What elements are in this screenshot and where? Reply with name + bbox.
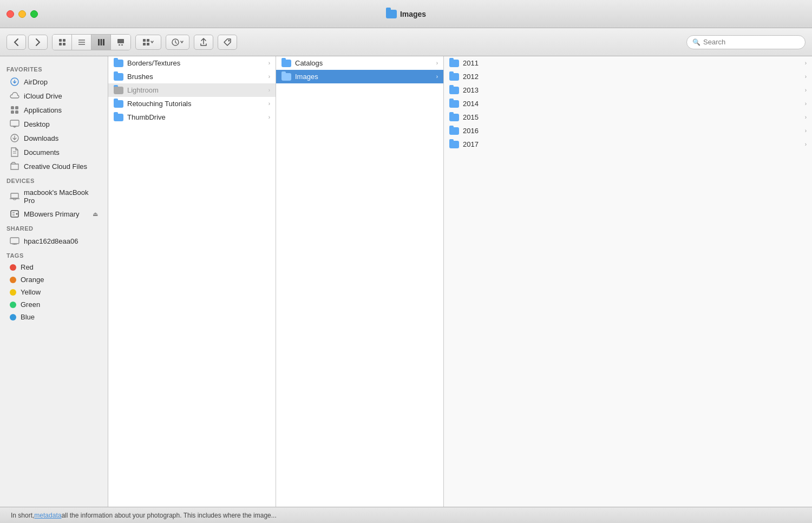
sidebar: Favorites AirDrop iCloud Drive — [0, 56, 108, 507]
sidebar-item-airdrop-label: AirDrop — [24, 78, 48, 86]
col1-item-retouching-label: Retouching Tutorials — [127, 100, 265, 108]
view-column-button[interactable] — [91, 35, 111, 50]
col3-item-2016-label: 2016 — [463, 127, 801, 135]
col1-item-lightroom-label: Lightroom — [127, 86, 265, 94]
column-1: Borders/Textures › Brushes › Lightroom ›… — [108, 56, 276, 507]
group-button[interactable] — [135, 35, 161, 50]
sidebar-item-macbook[interactable]: macbook's MacBook Pro — [3, 186, 104, 207]
col3-item-2015-arrow: › — [805, 114, 807, 120]
blue-tag-dot — [10, 314, 16, 321]
svg-point-32 — [16, 213, 18, 215]
sidebar-item-mbowers-label: MBowers Primary — [24, 210, 80, 218]
svg-rect-9 — [103, 39, 104, 45]
forward-button[interactable] — [28, 35, 48, 50]
column-2: Catalogs › Images › — [276, 56, 444, 507]
tag-button[interactable] — [218, 35, 237, 50]
col3-item-2014-label: 2014 — [463, 100, 801, 108]
desktop-icon — [10, 119, 19, 129]
sidebar-tag-blue[interactable]: Blue — [3, 311, 104, 323]
search-input[interactable] — [703, 38, 800, 46]
col1-item-retouching[interactable]: Retouching Tutorials › — [108, 97, 276, 110]
sidebar-tag-yellow[interactable]: Yellow — [3, 286, 104, 298]
downloads-icon — [10, 133, 19, 143]
col3-item-2017-label: 2017 — [463, 140, 801, 148]
col1-item-retouching-arrow: › — [269, 101, 270, 107]
view-list-button[interactable] — [72, 35, 91, 50]
svg-rect-11 — [119, 44, 120, 45]
sidebar-item-downloads[interactable]: Downloads — [3, 131, 104, 145]
sidebar-tag-green-label: Green — [21, 300, 40, 309]
status-link[interactable]: metadata — [34, 512, 61, 519]
folder-2012-icon — [449, 73, 459, 81]
svg-rect-24 — [10, 120, 19, 126]
red-tag-dot — [10, 264, 16, 271]
back-button[interactable] — [6, 35, 26, 50]
svg-point-18 — [228, 40, 230, 41]
col3-item-2013-label: 2013 — [463, 86, 801, 94]
col3-item-2017[interactable]: 2017 › — [444, 138, 812, 151]
col1-item-thumbdrive[interactable]: ThumbDrive › — [108, 110, 276, 124]
view-gallery-button[interactable] — [111, 35, 130, 50]
folder-2014-icon — [449, 100, 459, 108]
minimize-button[interactable] — [18, 10, 26, 18]
tags-section-label: Tags — [0, 248, 108, 261]
sidebar-item-mbowers[interactable]: MBowers Primary ⏏ — [3, 207, 104, 221]
svg-rect-10 — [117, 39, 124, 43]
close-button[interactable] — [6, 10, 14, 18]
sidebar-item-hpac-label: hpac162d8eaa06 — [24, 237, 78, 245]
status-bar: In short, metadata all the information a… — [0, 507, 812, 523]
svg-rect-1 — [63, 39, 66, 42]
sidebar-item-icloud[interactable]: iCloud Drive — [3, 89, 104, 103]
sidebar-tag-orange-label: Orange — [21, 276, 44, 284]
col1-item-borders-label: Borders/Textures — [127, 59, 265, 67]
col3-item-2016[interactable]: 2016 › — [444, 124, 812, 138]
sidebar-tag-red[interactable]: Red — [3, 261, 104, 273]
sidebar-item-applications[interactable]: Applications — [3, 103, 104, 117]
nav-buttons — [6, 35, 48, 50]
col3-item-2011[interactable]: 2011 › — [444, 56, 812, 70]
maximize-button[interactable] — [30, 10, 38, 18]
search-box[interactable]: 🔍 — [686, 35, 806, 49]
col3-item-2015[interactable]: 2015 › — [444, 110, 812, 124]
col2-item-images[interactable]: Images › — [276, 70, 443, 83]
folder-2016-icon — [449, 127, 459, 135]
sidebar-item-icloud-label: iCloud Drive — [24, 92, 62, 100]
sidebar-item-hpac[interactable]: hpac162d8eaa06 — [3, 234, 104, 248]
col3-item-2012-arrow: › — [805, 74, 807, 80]
col3-item-2017-arrow: › — [805, 141, 807, 147]
view-icon-button[interactable] — [53, 35, 72, 50]
sidebar-item-ccfiles-label: Creative Cloud Files — [24, 162, 87, 171]
share-button[interactable] — [194, 35, 213, 50]
traffic-lights — [6, 10, 38, 18]
folder-thumbdrive-icon — [114, 114, 123, 121]
sidebar-tag-orange[interactable]: Orange — [3, 273, 104, 286]
col2-item-catalogs[interactable]: Catalogs › — [276, 56, 443, 70]
column-3: 2011 › 2012 › 2013 › 2014 › 2015 › — [444, 56, 812, 507]
folder-images-icon — [281, 73, 291, 81]
col1-item-brushes[interactable]: Brushes › — [108, 70, 276, 83]
svg-rect-23 — [15, 110, 18, 114]
devices-section-label: Devices — [0, 173, 108, 186]
sidebar-tag-yellow-label: Yellow — [21, 288, 41, 296]
sidebar-item-documents[interactable]: Documents — [3, 145, 104, 159]
sidebar-item-airdrop[interactable]: AirDrop — [3, 75, 104, 89]
col2-item-catalogs-arrow: › — [436, 60, 438, 66]
col3-item-2014[interactable]: 2014 › — [444, 97, 812, 110]
svg-rect-3 — [63, 43, 66, 45]
action-button[interactable] — [166, 35, 189, 50]
svg-rect-12 — [121, 44, 123, 45]
yellow-tag-dot — [10, 289, 16, 296]
sidebar-tag-green[interactable]: Green — [3, 298, 104, 311]
green-tag-dot — [10, 302, 16, 308]
col1-item-borders[interactable]: Borders/Textures › — [108, 56, 276, 70]
col3-item-2013[interactable]: 2013 › — [444, 83, 812, 97]
col3-item-2011-label: 2011 — [463, 59, 801, 67]
col3-item-2012[interactable]: 2012 › — [444, 70, 812, 83]
documents-icon — [10, 147, 19, 157]
search-icon: 🔍 — [692, 38, 700, 46]
sidebar-item-desktop[interactable]: Desktop — [3, 117, 104, 131]
sidebar-item-ccfiles[interactable]: Creative Cloud Files — [3, 159, 104, 173]
col2-item-catalogs-label: Catalogs — [295, 59, 433, 67]
eject-icon[interactable]: ⏏ — [93, 211, 98, 218]
col1-item-lightroom[interactable]: Lightroom › — [108, 83, 276, 97]
